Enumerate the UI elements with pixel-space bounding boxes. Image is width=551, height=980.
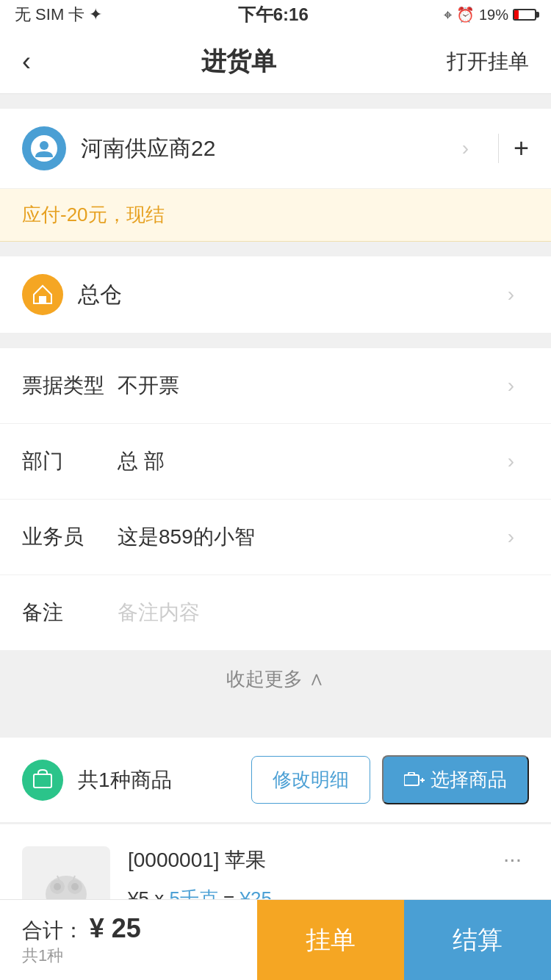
- select-product-button[interactable]: 选择商品: [382, 755, 529, 804]
- status-left: 无 SIM 卡 ✦: [15, 4, 102, 26]
- footer-total: 合计： ¥ 25 共1种: [0, 913, 257, 967]
- warehouse-name: 总仓: [78, 280, 508, 310]
- products-header: 共1种商品 修改明细 选择商品: [0, 738, 551, 822]
- divider-2: [0, 333, 551, 347]
- salesman-value: 这是859的小智: [118, 523, 508, 551]
- status-right: ⌖ ⏰ 19%: [444, 6, 536, 24]
- salesman-label: 业务员: [22, 523, 118, 551]
- svg-rect-3: [404, 775, 419, 785]
- status-bar: 无 SIM 卡 ✦ 下午6:16 ⌖ ⏰ 19%: [0, 0, 551, 29]
- product-more-button[interactable]: ···: [496, 846, 529, 871]
- edit-detail-button[interactable]: 修改明细: [251, 756, 370, 804]
- notice-bar: 应付-20元，现结: [0, 189, 551, 242]
- dept-arrow-icon: ›: [508, 450, 514, 473]
- home-icon: [31, 283, 54, 306]
- invoice-arrow-icon: ›: [508, 374, 514, 397]
- remark-label: 备注: [22, 599, 118, 627]
- footer: 合计： ¥ 25 共1种 挂单 结算: [0, 899, 551, 980]
- invoice-value: 不开票: [118, 372, 508, 400]
- products-count: 共1种商品: [78, 766, 251, 794]
- total-amount: ¥ 25: [90, 913, 141, 943]
- warehouse-icon: [22, 274, 63, 315]
- svg-rect-2: [34, 774, 51, 788]
- location-icon: ⌖: [444, 7, 452, 24]
- supplier-section: 河南供应商22 › + 应付-20元，现结: [0, 109, 551, 242]
- supplier-arrow-icon: ›: [462, 137, 469, 160]
- collapse-button[interactable]: 收起更多 ∧: [0, 650, 551, 708]
- products-icon: [22, 760, 63, 801]
- supplier-avatar: [22, 126, 66, 170]
- total-label: 合计：: [22, 919, 84, 942]
- svg-point-9: [54, 883, 61, 890]
- supplier-name: 河南供应商22: [81, 134, 462, 164]
- product-title: 苹果: [225, 849, 266, 871]
- product-code: [0000001]: [128, 849, 220, 871]
- nav-bar: ‹ 进货单 打开挂单: [0, 29, 551, 94]
- warehouse-arrow-icon: ›: [508, 283, 514, 306]
- status-time: 下午6:16: [238, 3, 309, 26]
- svg-point-10: [71, 883, 79, 890]
- dept-label: 部门: [22, 447, 118, 475]
- open-hang-button[interactable]: 打开挂单: [447, 48, 529, 76]
- salesman-arrow-icon: ›: [508, 525, 514, 549]
- cart-icon: [31, 768, 54, 792]
- alarm-icon: ⏰: [456, 6, 475, 24]
- page-title: 进货单: [201, 45, 276, 79]
- divider-1: [0, 242, 551, 256]
- svg-point-0: [40, 141, 48, 150]
- dept-row[interactable]: 部门 总 部 ›: [0, 423, 551, 499]
- invoice-row[interactable]: 票据类型 不开票 ›: [0, 347, 551, 423]
- warehouse-row[interactable]: 总仓 ›: [0, 256, 551, 333]
- checkout-button[interactable]: 结算: [404, 900, 551, 981]
- select-product-label: 选择商品: [431, 767, 507, 793]
- dept-value: 总 部: [118, 447, 508, 475]
- add-supplier-button[interactable]: +: [514, 133, 529, 164]
- hang-button[interactable]: 挂单: [257, 900, 404, 981]
- warehouse-section: 总仓 ›: [0, 256, 551, 333]
- invoice-label: 票据类型: [22, 372, 118, 400]
- svg-rect-1: [39, 296, 46, 303]
- battery-icon: [513, 9, 536, 21]
- battery-level: 19%: [479, 7, 508, 24]
- total-sub: 共1种: [22, 945, 235, 967]
- remark-row[interactable]: 备注 备注内容: [0, 574, 551, 650]
- sim-status: 无 SIM 卡 ✦: [15, 4, 102, 26]
- form-section: 票据类型 不开票 › 部门 总 部 › 业务员 这是859的小智 › 备注 备注…: [0, 347, 551, 650]
- product-name: [0000001] 苹果: [128, 846, 496, 874]
- divider-3: [0, 708, 551, 723]
- remark-value[interactable]: 备注内容: [118, 599, 529, 627]
- back-button[interactable]: ‹: [22, 46, 31, 77]
- salesman-row[interactable]: 业务员 这是859的小智 ›: [0, 499, 551, 574]
- user-icon: [34, 138, 54, 159]
- select-cart-icon: [404, 772, 425, 788]
- supplier-row[interactable]: 河南供应商22 › +: [0, 109, 551, 189]
- top-divider: [0, 94, 551, 109]
- supplier-divider: [498, 134, 499, 163]
